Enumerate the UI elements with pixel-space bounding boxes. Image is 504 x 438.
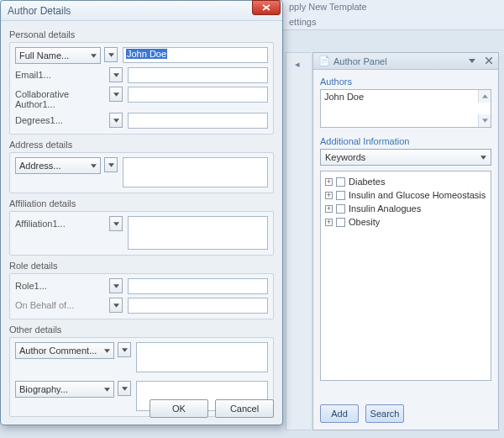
- email-input[interactable]: [128, 67, 268, 83]
- chevron-down-icon: [104, 388, 110, 392]
- section-label-personal: Personal details: [9, 29, 274, 40]
- panel-menu-button[interactable]: [466, 55, 478, 66]
- expand-icon[interactable]: +: [325, 178, 333, 186]
- additional-info-label: Additional Information: [320, 136, 491, 146]
- tree-item[interactable]: + Insulin Analogues: [325, 202, 486, 215]
- chevron-down-icon: [113, 284, 119, 288]
- close-icon: [262, 4, 270, 11]
- panel-left-rail: ◂: [286, 52, 311, 430]
- chevron-down-icon: [482, 119, 488, 123]
- biography-combo-label: Biography...: [19, 384, 68, 394]
- chevron-down-icon: [480, 156, 486, 160]
- checkbox[interactable]: [336, 191, 345, 200]
- onbehalf-dropdown[interactable]: [109, 298, 123, 313]
- panel-doc-icon: 📄: [318, 55, 330, 66]
- tree-item-label: Insulin Analogues: [349, 203, 421, 214]
- chevron-down-icon: [113, 222, 119, 226]
- close-icon: [486, 57, 492, 64]
- comments-input[interactable]: [136, 342, 268, 372]
- tree-item-label: Insulin and Glucose Homeostasis: [349, 190, 486, 200]
- scroll-up-button[interactable]: [478, 90, 491, 103]
- search-button[interactable]: Search: [365, 404, 404, 423]
- collab-label: Collaborative Author1...: [15, 87, 109, 109]
- ribbon-background: [277, 29, 504, 55]
- keywords-combo-label: Keywords: [325, 152, 365, 162]
- dialog-titlebar[interactable]: Author Details: [1, 1, 282, 21]
- checkbox[interactable]: [336, 177, 345, 187]
- onbehalf-label: On Behalf of...: [15, 298, 109, 310]
- expand-icon[interactable]: +: [325, 205, 333, 213]
- panel-title: Author Panel: [333, 56, 387, 66]
- keywords-combo[interactable]: Keywords: [320, 149, 491, 166]
- collab-input[interactable]: [128, 87, 268, 103]
- tree-item-label: Obesity: [349, 217, 380, 227]
- add-button[interactable]: Add: [320, 404, 359, 423]
- author-list-item[interactable]: John Doe: [324, 92, 364, 102]
- chevron-down-icon: [108, 53, 114, 57]
- full-name-value: John Doe: [126, 49, 167, 59]
- authors-list[interactable]: John Doe: [320, 89, 491, 128]
- section-label-affiliation: Affiliation details: [9, 198, 274, 208]
- full-name-combo-label: Full Name...: [19, 50, 69, 61]
- full-name-input[interactable]: John Doe: [123, 47, 268, 63]
- full-name-combo[interactable]: Full Name...: [15, 47, 101, 64]
- email-label: Email1...: [15, 67, 109, 80]
- chevron-down-icon: [113, 73, 119, 77]
- onbehalf-input[interactable]: [128, 298, 268, 314]
- settings-link[interactable]: ettings: [289, 17, 316, 27]
- chevron-down-icon: [122, 348, 128, 352]
- full-name-dropdown[interactable]: [104, 47, 118, 62]
- degrees-dropdown[interactable]: [109, 113, 123, 128]
- email-dropdown[interactable]: [109, 67, 123, 82]
- affiliation-dropdown[interactable]: [109, 216, 123, 231]
- panel-header[interactable]: 📄 Author Panel: [313, 53, 498, 70]
- expand-icon[interactable]: +: [325, 192, 333, 199]
- apply-template-link[interactable]: pply New Template: [289, 2, 367, 12]
- comments-combo[interactable]: Author Comment...: [15, 342, 114, 359]
- section-role: Role1... On Behalf of...: [9, 273, 274, 319]
- chevron-down-icon: [469, 59, 475, 63]
- affiliation-input[interactable]: [128, 216, 268, 250]
- chevron-down-icon: [104, 349, 110, 353]
- address-input[interactable]: [123, 157, 268, 187]
- panel-close-button[interactable]: [483, 55, 495, 66]
- dialog-title: Author Details: [8, 5, 71, 17]
- chevron-down-icon: [113, 92, 119, 97]
- tree-item[interactable]: + Insulin and Glucose Homeostasis: [325, 188, 486, 202]
- comments-dropdown[interactable]: [118, 342, 131, 357]
- author-details-dialog: Author Details Personal details Full Nam…: [0, 0, 283, 425]
- tree-item[interactable]: + Obesity: [325, 215, 486, 229]
- address-dropdown[interactable]: [104, 157, 118, 172]
- role-input[interactable]: [128, 278, 268, 294]
- collab-dropdown[interactable]: [109, 87, 123, 102]
- ok-button[interactable]: OK: [150, 399, 208, 418]
- expand-icon[interactable]: +: [325, 219, 333, 226]
- chevron-down-icon: [91, 164, 97, 168]
- role-dropdown[interactable]: [109, 278, 123, 293]
- keywords-tree[interactable]: + Diabetes + Insulin and Glucose Homeost…: [320, 171, 491, 381]
- close-button[interactable]: [252, 0, 281, 15]
- cancel-button[interactable]: Cancel: [215, 399, 274, 418]
- chevron-down-icon: [113, 119, 119, 123]
- role-label: Role1...: [15, 278, 109, 291]
- affiliation-label: Affiliation1...: [15, 216, 109, 229]
- author-panel: 📄 Author Panel Authors John Doe Addition…: [312, 52, 499, 430]
- biography-combo[interactable]: Biography...: [15, 381, 114, 398]
- scroll-down-button[interactable]: [478, 114, 491, 127]
- biography-dropdown[interactable]: [118, 381, 131, 396]
- section-personal: Full Name... John Doe Email1... Collabor…: [9, 42, 274, 135]
- address-combo[interactable]: Address...: [15, 157, 101, 174]
- chevron-down-icon: [113, 303, 119, 308]
- checkbox[interactable]: [336, 204, 345, 214]
- checkbox[interactable]: [336, 218, 345, 227]
- degrees-input[interactable]: [128, 113, 268, 129]
- section-label-address: Address details: [9, 140, 274, 150]
- section-label-role: Role details: [9, 261, 274, 271]
- rail-triangle-icon: ◂: [295, 59, 300, 70]
- chevron-up-icon: [482, 94, 488, 98]
- comments-combo-label: Author Comment...: [19, 346, 97, 356]
- section-address: Address...: [9, 152, 274, 193]
- tree-item[interactable]: + Diabetes: [325, 175, 486, 188]
- degrees-label: Degrees1...: [15, 113, 109, 125]
- tree-item-label: Diabetes: [349, 177, 385, 187]
